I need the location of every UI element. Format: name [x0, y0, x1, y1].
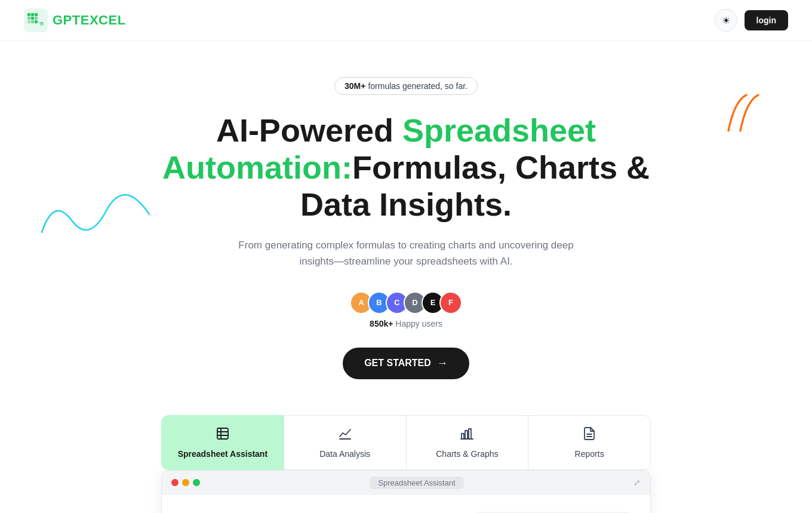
expand-icon[interactable]: ⤢	[633, 478, 641, 487]
svg-rect-18	[469, 429, 471, 439]
dot-minimize	[182, 479, 189, 486]
tab-label: Data Analysis	[319, 449, 370, 459]
dot-maximize	[193, 479, 200, 486]
users-count-label: 850k+ Happy users	[24, 319, 788, 328]
hero-headline: AI-Powered Spreadsheet Automation:Formul…	[161, 112, 651, 223]
deco-slash-icon	[710, 89, 764, 139]
logo-icon: ≡	[24, 8, 48, 32]
svg-rect-9	[35, 20, 38, 23]
svg-rect-16	[462, 434, 464, 439]
arrow-icon: →	[437, 357, 448, 370]
report-icon	[582, 426, 596, 444]
svg-rect-4	[27, 17, 30, 20]
chart-line-icon	[338, 426, 352, 444]
svg-rect-6	[35, 17, 38, 20]
svg-rect-2	[31, 13, 34, 16]
tab-label: Spreadsheet Assistant	[178, 449, 267, 459]
hero-subtext: From generating complex formulas to crea…	[233, 237, 579, 269]
chat-window-title: Spreadsheet Assistant	[370, 477, 463, 489]
window-controls	[171, 479, 200, 486]
logo[interactable]: ≡ GPTEXCEL	[24, 8, 126, 32]
login-button[interactable]: login	[745, 10, 788, 30]
deco-wave-icon	[36, 185, 155, 247]
tab-charts-graphs[interactable]: Charts & Graphs	[406, 415, 528, 470]
formula-badge: 30M+ formulas generated, so far.	[334, 77, 478, 95]
tab-data-analysis[interactable]: Data Analysis	[284, 415, 406, 470]
logo-text: GPTEXCEL	[53, 13, 126, 28]
get-started-button[interactable]: GET STARTED →	[343, 348, 469, 379]
spreadsheet-icon	[216, 426, 230, 444]
theme-toggle[interactable]: ☀	[715, 9, 737, 32]
tab-label: Reports	[575, 449, 604, 459]
svg-rect-1	[27, 13, 30, 16]
svg-rect-5	[31, 17, 34, 20]
chat-titlebar: Spreadsheet Assistant ⤢	[162, 471, 650, 495]
tab-label: Charts & Graphs	[436, 449, 498, 459]
user-avatars: A B C D E F	[24, 291, 788, 314]
tab-reports[interactable]: Reports	[528, 415, 651, 470]
avatar: F	[439, 291, 462, 314]
svg-rect-8	[31, 20, 34, 23]
svg-rect-7	[27, 20, 30, 23]
dot-close	[171, 479, 179, 486]
chat-body: i need a formula for my Google Sheets ≡ …	[162, 495, 650, 513]
tab-spreadsheet-assistant[interactable]: Spreadsheet Assistant	[161, 415, 284, 470]
svg-rect-11	[217, 428, 228, 439]
chat-preview-window: Spreadsheet Assistant ⤢ i need a formula…	[161, 470, 651, 513]
bar-chart-icon	[460, 426, 474, 444]
svg-text:≡: ≡	[39, 19, 44, 28]
feature-tabs: Spreadsheet Assistant Data Analysis Ch	[161, 415, 651, 470]
svg-rect-3	[35, 13, 38, 16]
svg-rect-17	[465, 431, 467, 439]
